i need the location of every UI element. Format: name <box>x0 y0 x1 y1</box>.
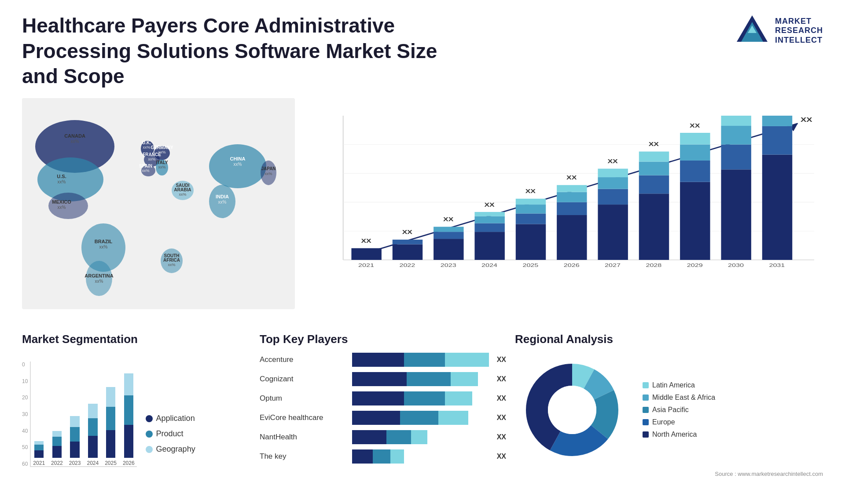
reg-dot-europe <box>643 419 649 425</box>
regional-label-mea: Middle East & Africa <box>652 394 715 402</box>
svg-text:U.S.: U.S. <box>57 174 66 179</box>
svg-rect-116 <box>762 116 792 126</box>
svg-rect-81 <box>516 198 546 204</box>
svg-text:2028: 2028 <box>646 262 661 268</box>
svg-rect-96 <box>639 194 669 260</box>
bar-chart-section: XX XX 2021 XX 2022 XX 2023 <box>304 98 823 324</box>
svg-rect-108 <box>721 169 751 260</box>
svg-text:xx%: xx% <box>148 157 155 161</box>
svg-text:2024: 2024 <box>481 262 497 268</box>
logo-icon <box>735 13 770 48</box>
svg-point-8 <box>86 261 112 296</box>
svg-text:xx%: xx% <box>71 139 79 144</box>
svg-text:ARGENTINA: ARGENTINA <box>84 273 113 278</box>
svg-rect-110 <box>721 126 751 145</box>
svg-text:2023: 2023 <box>441 262 456 268</box>
svg-text:2029: 2029 <box>687 262 703 268</box>
svg-rect-90 <box>598 205 628 260</box>
svg-text:CANADA: CANADA <box>64 133 85 139</box>
svg-text:xx%: xx% <box>168 263 175 267</box>
svg-rect-111 <box>721 116 751 126</box>
svg-text:ITALY: ITALY <box>156 160 168 165</box>
svg-text:xx%: xx% <box>95 279 103 284</box>
svg-text:xx%: xx% <box>218 200 227 205</box>
page-title: Healthcare Payers Core Administrative Pr… <box>22 13 462 89</box>
seg-legend: Application Product Geography <box>146 414 195 467</box>
svg-rect-103 <box>680 160 710 182</box>
svg-text:XX: XX <box>402 229 412 235</box>
player-xx: XX <box>497 375 506 383</box>
svg-text:JAPAN: JAPAN <box>261 166 276 171</box>
logo-area: MARKET RESEARCH INTELLECT <box>735 13 823 48</box>
svg-rect-68 <box>434 232 463 239</box>
reg-dot-latin <box>643 382 649 388</box>
svg-rect-104 <box>680 144 710 160</box>
player-bar <box>352 353 489 367</box>
svg-text:xx%: xx% <box>143 145 150 150</box>
regional-legend-item-mea: Middle East & Africa <box>643 394 715 402</box>
player-row-evicore: EviCore healthcare XX <box>260 411 506 425</box>
player-row-nanthealth: NantHealth XX <box>260 430 506 444</box>
svg-text:XX: XX <box>484 201 494 208</box>
svg-rect-72 <box>474 232 504 260</box>
seg-bar-group: 2023 <box>69 414 81 466</box>
svg-rect-114 <box>762 154 792 259</box>
svg-rect-92 <box>598 177 628 189</box>
player-name: EviCore healthcare <box>260 413 348 422</box>
legend-dot-application <box>146 415 153 422</box>
svg-rect-87 <box>557 185 587 192</box>
svg-text:MEXICO: MEXICO <box>52 199 71 205</box>
svg-rect-85 <box>557 202 587 215</box>
legend-dot-product <box>146 431 153 438</box>
svg-text:xx%: xx% <box>142 168 149 173</box>
svg-text:XX: XX <box>607 158 617 164</box>
svg-point-6 <box>48 193 88 219</box>
player-xx: XX <box>497 394 506 402</box>
svg-rect-98 <box>639 161 669 175</box>
player-xx: XX <box>497 414 506 422</box>
svg-rect-64 <box>393 239 422 244</box>
players-section: Top Key Players Accenture XX Cognizant <box>260 332 506 491</box>
legend-label-product: Product <box>156 429 184 438</box>
seg-bar-group: 2022 <box>51 428 63 466</box>
content-area: CANADA xx% U.S. xx% MEXICO xx% BRAZIL xx… <box>22 98 823 324</box>
seg-y-axis: 60 50 40 30 20 10 0 <box>22 362 30 467</box>
regional-section: Regional Analysis <box>515 332 823 491</box>
svg-text:2025: 2025 <box>522 262 538 268</box>
svg-rect-79 <box>516 213 546 224</box>
svg-text:xx%: xx% <box>234 162 242 167</box>
players-title: Top Key Players <box>260 332 506 346</box>
player-bar <box>352 449 489 464</box>
svg-rect-86 <box>557 192 587 202</box>
svg-text:2031: 2031 <box>769 262 785 268</box>
seg-bars-area: 2021 2022 <box>30 362 136 467</box>
legend-dot-geography <box>146 446 153 453</box>
regional-legend-item-apac: Asia Pacific <box>643 406 715 414</box>
player-bar <box>352 430 489 444</box>
svg-text:xx%: xx% <box>158 150 165 154</box>
svg-text:xx%: xx% <box>265 172 272 176</box>
svg-rect-115 <box>762 126 792 154</box>
player-name: The key <box>260 452 348 461</box>
regional-legend-item-northamerica: North America <box>643 431 715 438</box>
player-name: NantHealth <box>260 433 348 442</box>
player-bar <box>352 391 489 405</box>
source-text: Source : www.marketresearchintellect.com <box>515 471 823 477</box>
svg-rect-75 <box>474 212 504 216</box>
svg-rect-97 <box>639 175 669 194</box>
logo-text: MARKET RESEARCH INTELLECT <box>775 17 823 45</box>
regional-label-northamerica: North America <box>652 431 697 438</box>
donut-container: Latin America Middle East & Africa Asia … <box>515 353 823 467</box>
svg-text:xx%: xx% <box>179 192 186 197</box>
svg-text:XX: XX <box>690 122 700 128</box>
player-xx: XX <box>497 356 506 364</box>
legend-item-application: Application <box>146 414 195 423</box>
svg-text:xx%: xx% <box>58 179 66 184</box>
seg-bar-group: 2026 <box>123 370 135 466</box>
reg-dot-apac <box>643 407 649 413</box>
svg-rect-102 <box>680 182 710 259</box>
legend-item-geography: Geography <box>146 445 195 454</box>
svg-text:XX: XX <box>801 116 812 123</box>
svg-rect-84 <box>557 215 587 260</box>
svg-rect-60 <box>351 248 381 260</box>
